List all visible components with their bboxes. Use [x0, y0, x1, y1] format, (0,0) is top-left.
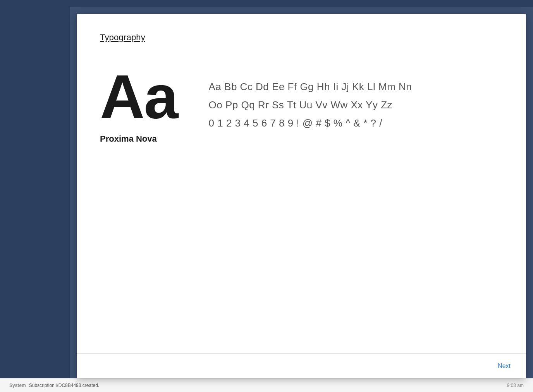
modal-content: Typography Aa Proxima Nova Aa Bb Cc Dd E…: [77, 14, 526, 353]
font-preview-left: Aa Proxima Nova: [100, 66, 178, 144]
main-area: Typography Aa Proxima Nova Aa Bb Cc Dd E…: [0, 7, 533, 378]
font-name-label: Proxima Nova: [100, 134, 157, 144]
status-time: 9:03 am: [507, 383, 524, 388]
modal-title: Typography: [100, 33, 503, 43]
modal-dialog: Typography Aa Proxima Nova Aa Bb Cc Dd E…: [77, 14, 526, 378]
sidebar: [0, 7, 70, 378]
status-bar: System Subscription #DC8B4493 created. 9…: [0, 378, 533, 392]
modal-footer: Next: [77, 353, 526, 378]
font-large-display: Aa: [100, 66, 178, 128]
alphabet-line-2: Oo Pp Qq Rr Ss Tt Uu Vv Ww Xx Yy Zz: [209, 99, 412, 111]
status-bar-left: System Subscription #DC8B4493 created.: [9, 383, 99, 388]
alphabet-line-1: Aa Bb Cc Dd Ee Ff Gg Hh Ii Jj Kk Ll Mm N…: [209, 81, 412, 93]
status-message: Subscription #DC8B4493 created.: [29, 383, 99, 388]
next-button[interactable]: Next: [495, 361, 514, 371]
top-bar: [0, 0, 533, 7]
modal-container: Typography Aa Proxima Nova Aa Bb Cc Dd E…: [70, 7, 533, 378]
font-showcase: Aa Proxima Nova Aa Bb Cc Dd Ee Ff Gg Hh …: [100, 66, 503, 144]
status-system-label: System: [9, 383, 26, 388]
alphabet-line-3: 0 1 2 3 4 5 6 7 8 9 ! @ # $ % ^ & * ? /: [209, 117, 412, 129]
font-preview-right: Aa Bb Cc Dd Ee Ff Gg Hh Ii Jj Kk Ll Mm N…: [209, 81, 412, 129]
